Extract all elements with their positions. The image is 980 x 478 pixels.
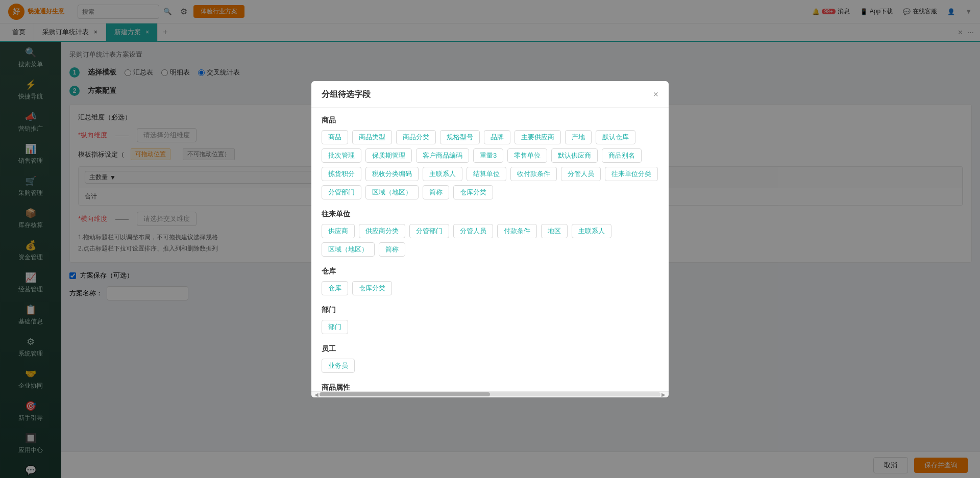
field-chip[interactable]: 拣货积分: [322, 167, 361, 181]
field-group-title: 商品: [322, 116, 658, 125]
field-chip[interactable]: 结算单位: [467, 167, 506, 181]
modal-header: 分组待选字段 ×: [311, 81, 669, 108]
field-group-title: 仓库: [322, 267, 658, 276]
field-group-section-商品: 商品商品商品类型商品分类规格型号品牌主要供应商产地默认仓库批次管理保质期管理客户…: [322, 116, 658, 199]
field-chip[interactable]: 供应商: [322, 224, 355, 238]
field-chip[interactable]: 简称: [379, 242, 405, 257]
modal-horizontal-scroll[interactable]: ◀ ▶: [311, 391, 669, 397]
field-chip[interactable]: 主要供应商: [514, 130, 561, 144]
field-chip[interactable]: 商品: [322, 130, 348, 144]
field-chip[interactable]: 默认仓库: [596, 130, 635, 144]
field-chips: 商品商品类型商品分类规格型号品牌主要供应商产地默认仓库批次管理保质期管理客户商品…: [322, 130, 658, 199]
field-group-title: 往来单位: [322, 210, 658, 219]
field-chips: 供应商供应商分类分管部门分管人员付款条件地区主联系人区域（地区）简称: [322, 224, 658, 257]
field-chip[interactable]: 商品别名: [602, 148, 642, 163]
field-group-title: 员工: [322, 344, 658, 354]
field-chip[interactable]: 客户商品编码: [416, 148, 469, 163]
field-chip[interactable]: 区域（地区）: [365, 185, 419, 199]
field-chip[interactable]: 仓库分类: [352, 281, 392, 295]
field-chip[interactable]: 部门: [322, 320, 348, 334]
field-chip[interactable]: 仓库: [322, 281, 348, 295]
modal-close-button[interactable]: ×: [653, 89, 658, 100]
field-group-title: 部门: [322, 306, 658, 315]
field-chip[interactable]: 主联系人: [572, 224, 611, 238]
horizontal-scrollbar[interactable]: [320, 392, 660, 396]
field-chip[interactable]: 产地: [565, 130, 592, 144]
field-group-section-员工: 员工业务员: [322, 344, 658, 373]
field-group-title: 商品属性: [322, 383, 658, 391]
modal-overlay: 分组待选字段 × 商品商品商品类型商品分类规格型号品牌主要供应商产地默认仓库批次…: [0, 0, 980, 478]
field-chip[interactable]: 零售单位: [507, 148, 547, 163]
field-chips: 仓库仓库分类: [322, 281, 658, 295]
field-chip[interactable]: 税收分类编码: [365, 167, 419, 181]
field-chip[interactable]: 批次管理: [322, 148, 361, 163]
modal: 分组待选字段 × 商品商品商品类型商品分类规格型号品牌主要供应商产地默认仓库批次…: [311, 81, 669, 397]
field-chip[interactable]: 商品分类: [396, 130, 436, 144]
scroll-right-icon[interactable]: ▶: [660, 392, 667, 397]
field-group-section-仓库: 仓库仓库仓库分类: [322, 267, 658, 295]
field-group-section-商品属性: 商品属性属性颜色多规格尺码鞋码1: [322, 383, 658, 391]
field-chip[interactable]: 供应商分类: [359, 224, 405, 238]
field-chip[interactable]: 规格型号: [440, 130, 480, 144]
field-chip[interactable]: 地区: [541, 224, 568, 238]
field-chip[interactable]: 分管部门: [322, 185, 361, 199]
field-chip[interactable]: 保质期管理: [365, 148, 412, 163]
field-chips: 业务员: [322, 359, 658, 373]
field-chip[interactable]: 商品类型: [352, 130, 392, 144]
horizontal-scrollbar-thumb: [320, 392, 490, 396]
field-chip[interactable]: 品牌: [484, 130, 510, 144]
field-chip[interactable]: 收付款条件: [510, 167, 557, 181]
field-chip[interactable]: 默认供应商: [551, 148, 598, 163]
field-chip[interactable]: 分管部门: [409, 224, 449, 238]
modal-body[interactable]: 商品商品商品类型商品分类规格型号品牌主要供应商产地默认仓库批次管理保质期管理客户…: [311, 108, 669, 391]
field-chips: 部门: [322, 320, 658, 334]
field-chip[interactable]: 简称: [423, 185, 449, 199]
field-group-section-部门: 部门部门: [322, 306, 658, 334]
field-chip[interactable]: 分管人员: [453, 224, 493, 238]
field-chip[interactable]: 仓库分类: [453, 185, 493, 199]
field-chip[interactable]: 业务员: [322, 359, 355, 373]
modal-title: 分组待选字段: [322, 89, 371, 100]
scroll-left-icon[interactable]: ◀: [313, 392, 320, 397]
field-chip[interactable]: 区域（地区）: [322, 242, 375, 257]
field-chip[interactable]: 重量3: [473, 148, 503, 163]
field-group-section-往来单位: 往来单位供应商供应商分类分管部门分管人员付款条件地区主联系人区域（地区）简称: [322, 210, 658, 257]
field-chip[interactable]: 付款条件: [497, 224, 537, 238]
field-chip[interactable]: 主联系人: [423, 167, 462, 181]
field-chip[interactable]: 分管人员: [561, 167, 601, 181]
field-chip[interactable]: 往来单位分类: [605, 167, 658, 181]
